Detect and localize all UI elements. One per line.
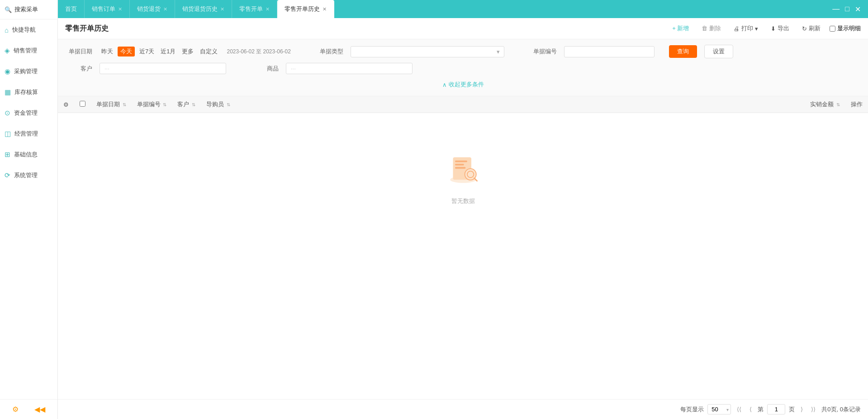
- th-doc-no[interactable]: 单据编号 ⇅: [132, 96, 172, 113]
- th-salesperson[interactable]: 导购员 ⇅: [201, 96, 236, 113]
- table-area: ⚙ 单据日期 ⇅ 单据编号 ⇅: [58, 96, 868, 399]
- sidebar-search[interactable]: 🔍 搜索采单: [0, 0, 57, 19]
- date-range-display: 2023-06-02 至 2023-06-02: [227, 48, 290, 56]
- settings-button[interactable]: 设置: [704, 45, 733, 58]
- maximize-btn[interactable]: □: [845, 5, 849, 14]
- delete-button[interactable]: 🗑 删除: [698, 23, 725, 34]
- export-label: 导出: [778, 24, 789, 33]
- toolbar: + 新增 🗑 删除 🖨 打印 ▾ ⬇ 导出 ↻ 刷新 显示明细: [669, 23, 861, 34]
- tab-close-sales-order[interactable]: ✕: [118, 6, 122, 12]
- tab-retail-open-label: 零售开单: [239, 5, 263, 13]
- next-page-btn[interactable]: ⟩: [798, 405, 805, 414]
- refresh-button[interactable]: ↻ 刷新: [798, 23, 824, 34]
- shortcut-yesterday[interactable]: 昨天: [100, 47, 115, 56]
- date-filter-label: 单据日期: [65, 47, 92, 56]
- sidebar-item-label: 销售管理: [14, 47, 37, 55]
- th-customer[interactable]: 客户 ⇅: [172, 96, 201, 113]
- customer-input[interactable]: [100, 63, 226, 74]
- page-size-wrapper: 20 50 100: [707, 404, 731, 414]
- query-button[interactable]: 查询: [669, 45, 697, 58]
- th-customer-label: 客户: [177, 101, 189, 108]
- sidebar-item-purchase-mgmt[interactable]: ◉ 采购管理: [0, 61, 57, 82]
- select-all-checkbox[interactable]: [80, 101, 85, 107]
- export-button[interactable]: ⬇ 导出: [767, 23, 793, 34]
- tab-close-retail-history[interactable]: ✕: [323, 6, 327, 12]
- sidebar-item-inventory[interactable]: ▦ 库存核算: [0, 82, 57, 103]
- collapse-filter-btn[interactable]: ∧ 收起更多条件: [442, 79, 484, 90]
- th-salesperson-label: 导购员: [206, 101, 224, 108]
- tab-close-retail-open[interactable]: ✕: [266, 6, 270, 12]
- product-input[interactable]: [286, 63, 413, 74]
- shortcut-7days[interactable]: 近7天: [138, 47, 156, 56]
- sidebar-bottom: ⚙ ◀◀: [0, 399, 57, 419]
- th-amount[interactable]: 实销金额 ⇅: [805, 96, 845, 113]
- sidebar-item-label: 库存核算: [14, 88, 38, 96]
- sidebar-item-label: 采购管理: [14, 67, 38, 75]
- shortcut-more[interactable]: 更多: [180, 47, 195, 56]
- tab-sales-return-history[interactable]: 销货退货历史 ✕: [175, 0, 232, 18]
- search-icon: 🔍: [5, 6, 12, 13]
- page-size-select[interactable]: 20 50 100: [707, 404, 731, 414]
- svg-rect-2: [455, 160, 467, 162]
- tab-retail-history[interactable]: 零售开单历史 ✕: [277, 0, 334, 18]
- tab-retail-open[interactable]: 零售开单 ✕: [232, 0, 277, 18]
- doc-no-input[interactable]: [564, 46, 655, 57]
- finance-icon: ⊙: [5, 109, 10, 117]
- first-page-btn[interactable]: ⟨⟨: [735, 405, 744, 414]
- th-date-label: 单据日期: [96, 101, 120, 108]
- print-icon: 🖨: [734, 25, 740, 32]
- tab-sales-order[interactable]: 销售订单 ✕: [85, 0, 130, 18]
- th-date[interactable]: 单据日期 ⇅: [91, 96, 132, 113]
- close-btn[interactable]: ✕: [855, 5, 861, 14]
- th-checkbox[interactable]: [74, 96, 91, 113]
- page-prefix: 第: [758, 405, 764, 414]
- sales-icon: ◈: [5, 47, 10, 55]
- tab-close-sales-return-history[interactable]: ✕: [220, 6, 224, 12]
- column-settings-icon[interactable]: ⚙: [63, 101, 69, 108]
- add-button[interactable]: + 新增: [669, 23, 693, 34]
- show-detail-input[interactable]: [830, 26, 835, 32]
- sidebar-item-sys-mgmt[interactable]: ⟳ 系统管理: [0, 165, 57, 186]
- shortcut-today[interactable]: 今天: [118, 47, 135, 56]
- inventory-icon: ▦: [5, 88, 11, 96]
- sort-salesperson-icon: ⇅: [227, 102, 230, 107]
- refresh-icon: ↻: [802, 25, 807, 32]
- collapse-sidebar-btn[interactable]: ◀◀: [34, 405, 45, 414]
- print-button[interactable]: 🖨 打印 ▾: [730, 23, 762, 34]
- show-detail-checkbox[interactable]: 显示明细: [830, 24, 861, 33]
- pagination: 每页显示 20 50 100 ⟨⟨ ⟨ 第 页 ⟩ ⟩⟩ 共0页, 0条记录: [58, 399, 868, 419]
- current-page-input[interactable]: [767, 404, 785, 414]
- page-size-text: 每页显示: [680, 405, 704, 414]
- prev-page-btn[interactable]: ⟨: [747, 405, 754, 414]
- tab-home-label: 首页: [65, 5, 77, 13]
- home-icon: ⌂: [5, 26, 9, 34]
- th-action: 操作: [845, 96, 868, 113]
- last-page-btn[interactable]: ⟩⟩: [809, 405, 818, 414]
- minimize-btn[interactable]: —: [832, 5, 840, 14]
- svg-rect-3: [455, 164, 464, 165]
- sidebar-item-finance[interactable]: ⊙ 资金管理: [0, 103, 57, 123]
- sys-mgmt-icon: ⟳: [5, 171, 10, 179]
- page-title: 零售开单历史: [65, 24, 109, 33]
- empty-state: 暂无数据: [58, 113, 868, 241]
- th-settings[interactable]: ⚙: [58, 96, 74, 113]
- shortcut-custom[interactable]: 自定义: [198, 47, 219, 56]
- sidebar-item-sales-mgmt[interactable]: ◈ 销售管理: [0, 40, 57, 61]
- filter-area: 单据日期 昨天 今天 近7天 近1月 更多 自定义 2023-06-02 至 2…: [58, 39, 868, 96]
- sidebar-item-quick-nav[interactable]: ⌂ 快捷导航: [0, 19, 57, 40]
- tab-close-sales-return[interactable]: ✕: [163, 6, 167, 12]
- table-header: ⚙ 单据日期 ⇅ 单据编号 ⇅: [58, 96, 868, 113]
- empty-icon: [443, 149, 484, 190]
- shortcut-1month[interactable]: 近1月: [159, 47, 177, 56]
- content-area: 零售开单历史 + 新增 🗑 删除 🖨 打印 ▾ ⬇ 导出 ↻ 刷新: [58, 18, 868, 419]
- sidebar-item-basic-info[interactable]: ⊞ 基础信息: [0, 144, 57, 165]
- basic-info-icon: ⊞: [5, 151, 10, 159]
- refresh-label: 刷新: [809, 24, 821, 33]
- collapse-label: 收起更多条件: [449, 80, 484, 89]
- doc-type-select[interactable]: [351, 46, 504, 57]
- tab-home[interactable]: 首页: [58, 0, 85, 18]
- settings-icon-btn[interactable]: ⚙: [12, 405, 19, 414]
- tab-sales-order-label: 销售订单: [92, 5, 115, 13]
- sidebar-item-operation[interactable]: ◫ 经营管理: [0, 123, 57, 144]
- tab-sales-return[interactable]: 销货退货 ✕: [130, 0, 175, 18]
